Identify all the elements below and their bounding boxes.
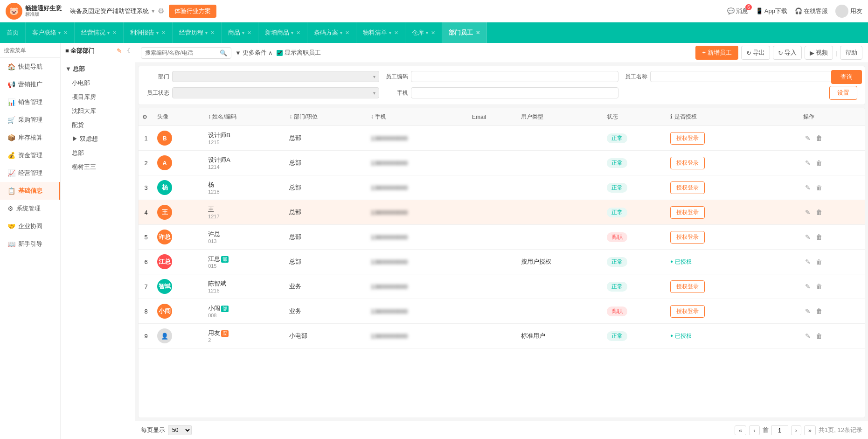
tab-close-icon[interactable]: ✕ xyxy=(394,30,398,36)
nav-tab-部门员工[interactable]: 部门员工✕ xyxy=(442,22,487,43)
row-auth-cell: 已授权 xyxy=(667,324,762,348)
sidebar-item-营销推广[interactable]: 📢营销推广 xyxy=(0,76,60,93)
message-btn[interactable]: 💬 消息 6 xyxy=(727,7,748,15)
status-select[interactable] xyxy=(172,87,379,98)
sidebar-search-input[interactable] xyxy=(4,47,61,54)
dept-item-总部[interactable]: 总部 xyxy=(61,146,135,160)
tab-close-icon[interactable]: ✕ xyxy=(296,30,300,36)
tab-close-icon[interactable]: ✕ xyxy=(112,30,117,36)
logo-sub: 标准版 xyxy=(25,12,62,17)
delete-button[interactable]: 🗑 xyxy=(814,282,824,291)
auth-login-button[interactable]: 授权登录 xyxy=(670,231,705,244)
nav-tab-新增商品[interactable]: 新增商品▾✕ xyxy=(258,22,307,43)
nav-tab-经营情况[interactable]: 经营情况▾✕ xyxy=(75,22,124,43)
sidebar-item-经营管理[interactable]: 📈经营管理 xyxy=(0,164,60,182)
filter-search-input[interactable] xyxy=(145,49,220,56)
emp-code-input[interactable] xyxy=(411,71,618,82)
avatar xyxy=(835,5,848,18)
user-btn[interactable]: 用友 xyxy=(835,5,862,18)
phone-input[interactable] xyxy=(411,87,618,98)
edit-button[interactable]: ✎ xyxy=(803,158,812,167)
import-button[interactable]: ↻ 导入 xyxy=(773,46,802,60)
nav-tab-利润报告[interactable]: 利润报告▾✕ xyxy=(124,22,173,43)
auth-login-button[interactable]: 授权登录 xyxy=(670,132,705,145)
tab-close-icon[interactable]: ✕ xyxy=(210,30,215,36)
nav-tab-首页[interactable]: 首页 xyxy=(0,22,26,43)
dept-add-icon[interactable]: ✎ xyxy=(117,47,122,55)
delete-button[interactable]: 🗑 xyxy=(814,133,824,143)
delete-button[interactable]: 🗑 xyxy=(814,307,824,316)
dept-collapse-icon[interactable]: 《 xyxy=(124,47,130,55)
last-page-btn[interactable]: » xyxy=(804,425,816,435)
prev-page-btn[interactable]: ‹ xyxy=(749,425,759,435)
service-btn[interactable]: 🎧 在线客服 xyxy=(795,7,828,15)
query-button[interactable]: 查询 xyxy=(831,70,862,84)
tab-close-icon[interactable]: ✕ xyxy=(247,30,251,36)
per-page-select[interactable]: 50 100 xyxy=(168,425,192,435)
tab-close-icon[interactable]: ✕ xyxy=(345,30,349,36)
video-button[interactable]: ▶ 视频 xyxy=(805,46,833,60)
sidebar-item-库存核算[interactable]: 📦库存核算 xyxy=(0,129,60,146)
dept-item-沈阳大库[interactable]: 沈阳大库 xyxy=(61,104,135,118)
auth-login-button[interactable]: 授权登录 xyxy=(670,280,705,293)
gear-icon[interactable]: ⚙ xyxy=(158,7,164,15)
more-conditions-btn[interactable]: ▼ 更多条件 ∧ xyxy=(235,49,273,57)
sidebar-item-采购管理[interactable]: 🛒采购管理 xyxy=(0,111,60,129)
edit-button[interactable]: ✎ xyxy=(803,183,812,192)
trial-button[interactable]: 体验行业方案 xyxy=(169,5,216,18)
set-button[interactable]: 设置 xyxy=(829,86,857,100)
tab-close-icon[interactable]: ✕ xyxy=(63,30,68,36)
tab-close-icon[interactable]: ✕ xyxy=(476,30,480,36)
dept-select[interactable] xyxy=(172,71,379,82)
sidebar-item-快捷导航[interactable]: 🏠快捷导航 xyxy=(0,58,60,76)
sidebar-item-销售管理[interactable]: 📊销售管理 xyxy=(0,93,60,111)
sidebar-item-基础信息[interactable]: 📋基础信息 xyxy=(0,182,60,200)
sidebar-item-企业协同[interactable]: 🤝企业协同 xyxy=(0,217,60,235)
nav-tab-仓库[interactable]: 仓库▾✕ xyxy=(405,22,442,43)
edit-button[interactable]: ✎ xyxy=(803,257,812,266)
auth-login-button[interactable]: 授权登录 xyxy=(670,181,705,194)
edit-button[interactable]: ✎ xyxy=(803,232,812,242)
dept-item-椭树王三[interactable]: 椭树王三 xyxy=(61,160,135,174)
tab-close-icon[interactable]: ✕ xyxy=(161,30,166,36)
dept-item-总部[interactable]: ▼ 总部 xyxy=(61,62,135,76)
export-button[interactable]: ↻ 导出 xyxy=(741,46,770,60)
nav-tab-客户联络[interactable]: 客户联络▾✕ xyxy=(26,22,75,43)
delete-button[interactable]: 🗑 xyxy=(814,232,824,242)
nav-tab-物料清单[interactable]: 物料清单▾✕ xyxy=(356,22,405,43)
delete-button[interactable]: 🗑 xyxy=(814,257,824,266)
help-button[interactable]: 帮助 xyxy=(840,46,862,60)
delete-button[interactable]: 🗑 xyxy=(814,208,824,217)
sidebar-item-资金管理[interactable]: 💰资金管理 xyxy=(0,146,60,164)
delete-button[interactable]: 🗑 xyxy=(814,331,824,341)
dept-item-小电部[interactable]: 小电部 xyxy=(61,76,135,90)
nav-label: 快捷导航 xyxy=(18,63,42,71)
sidebar-item-系统管理[interactable]: ⚙系统管理 xyxy=(0,200,60,217)
next-page-btn[interactable]: › xyxy=(791,425,801,435)
dept-item-项目库房[interactable]: 项目库房 xyxy=(61,90,135,104)
auth-login-button[interactable]: 授权登录 xyxy=(670,157,705,169)
dept-item-双虑想[interactable]: ▶ 双虑想 xyxy=(61,132,135,146)
first-page-btn[interactable]: « xyxy=(735,425,746,435)
edit-button[interactable]: ✎ xyxy=(803,331,812,341)
delete-button[interactable]: 🗑 xyxy=(814,183,824,192)
sidebar-item-新手引导[interactable]: 📖新手引导 xyxy=(0,235,60,253)
delete-button[interactable]: 🗑 xyxy=(814,158,824,167)
auth-login-button[interactable]: 授权登录 xyxy=(670,206,705,219)
app-download-btn[interactable]: 📱 App下载 xyxy=(756,7,787,15)
edit-button[interactable]: ✎ xyxy=(803,307,812,316)
edit-button[interactable]: ✎ xyxy=(803,208,812,217)
nav-tab-条码方案[interactable]: 条码方案▾✕ xyxy=(307,22,356,43)
nav-tab-商品[interactable]: 商品▾✕ xyxy=(222,22,258,43)
auth-login-button[interactable]: 授权登录 xyxy=(670,305,705,318)
page-input[interactable] xyxy=(771,425,788,435)
edit-button[interactable]: ✎ xyxy=(803,282,812,291)
edit-button[interactable]: ✎ xyxy=(803,133,812,143)
row-email-cell xyxy=(468,175,517,200)
show-resigned-checkbox[interactable] xyxy=(277,50,283,56)
tab-close-icon[interactable]: ✕ xyxy=(431,30,435,36)
nav-tab-经营历程[interactable]: 经营历程▾✕ xyxy=(173,22,222,43)
emp-name-input[interactable] xyxy=(650,71,857,82)
dept-item-配货[interactable]: 配货 xyxy=(61,118,135,132)
add-employee-button[interactable]: + 新增员工 xyxy=(695,46,738,60)
